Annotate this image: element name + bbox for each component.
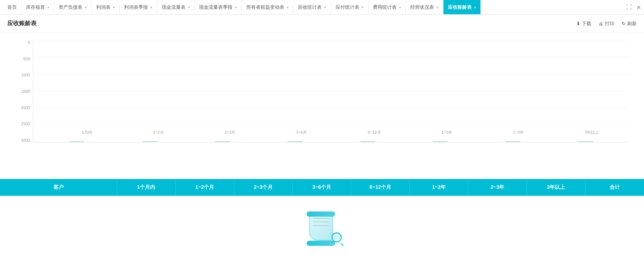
x-label-1月内: 1月内	[82, 130, 92, 135]
y-label-1000: 1000	[21, 73, 30, 77]
y-label-2500: 2500	[21, 122, 30, 126]
col-2-3year: 2~3年	[468, 179, 527, 196]
col-3year-plus: 3年以上	[527, 179, 585, 196]
x-label-1-2月: 1~2月	[153, 130, 164, 135]
tab-operation[interactable]: 经营状况表 ×	[406, 0, 443, 15]
tab-home[interactable]: 首页	[3, 0, 22, 15]
tab-cashflow[interactable]: 现金流量表 ×	[157, 0, 195, 15]
tab-close-inventory[interactable]: ×	[47, 5, 49, 9]
magnifier-handle	[340, 243, 344, 246]
tab-close-expense-stats[interactable]: ×	[399, 5, 401, 9]
col-1-2year: 1~2年	[410, 179, 468, 196]
x-label-3-6月: 3~6月	[296, 130, 307, 135]
tab-profit-quarterly[interactable]: 利润表季报 ×	[120, 0, 157, 15]
tab-close-cashflow[interactable]: ×	[188, 5, 190, 9]
tab-aging[interactable]: 应收账龄表 ×	[443, 0, 481, 15]
header-actions: ⬇ 下载 🖨 打印 ↻ 刷新	[576, 20, 637, 27]
y-axis: 3000 2500 2000 1500 1000 500 0	[15, 40, 33, 142]
restore-button[interactable]: ⛶	[626, 4, 632, 11]
magnifier-circle	[332, 232, 342, 243]
col-2-3month: 2~3个月	[234, 179, 293, 196]
x-label-2-3月: 2~3月	[225, 130, 236, 135]
x-label-6-12月: 6~12月	[368, 130, 381, 135]
tab-close-receivable-stats[interactable]: ×	[324, 5, 326, 9]
col-customer: 客户	[0, 179, 117, 196]
tab-close-equity[interactable]: ×	[287, 5, 289, 9]
y-label-3000: 3000	[21, 138, 30, 142]
col-3-6month: 3~6个月	[293, 179, 351, 196]
col-total: 合计	[585, 179, 644, 196]
tab-expense-stats[interactable]: 费用统计表 ×	[368, 0, 406, 15]
empty-state	[0, 196, 644, 262]
tab-close-payable-stats[interactable]: ×	[362, 5, 364, 9]
tab-close-aging[interactable]: ×	[474, 5, 476, 9]
page-title: 应收账龄表	[7, 20, 37, 27]
download-icon: ⬇	[576, 21, 580, 26]
y-label-500: 500	[23, 57, 30, 61]
empty-illustration	[304, 210, 340, 247]
chart-area: 3000 2500 2000 1500 1000 500 0	[0, 33, 644, 179]
tab-balance-sheet[interactable]: 资产负债表 ×	[54, 0, 91, 15]
main-content: 3000 2500 2000 1500 1000 500 0	[0, 33, 644, 263]
download-button[interactable]: ⬇ 下载	[576, 20, 591, 27]
x-axis: 1月内 1~2月 2~3月 3~6月 6~12月 1~2年 2~3年 3年以上	[52, 127, 629, 142]
close-window-button[interactable]: ✕	[636, 4, 641, 11]
tab-payable-stats[interactable]: 应付统计表 ×	[331, 0, 368, 15]
y-label-1500: 1500	[21, 89, 30, 94]
chart-plot: 1月内 1~2月 2~3月 3~6月 6~12月 1~2年 2~3年 3年以上	[33, 40, 629, 142]
scroll-body	[309, 213, 333, 241]
tab-cashflow-quarterly[interactable]: 现金流量表季报 ×	[195, 0, 242, 15]
tab-close-profit[interactable]: ×	[113, 5, 115, 9]
col-6-12month: 6~12个月	[351, 179, 410, 196]
x-label-1-2年: 1~2年	[442, 130, 453, 135]
window-controls: ⛶ ✕	[626, 0, 641, 15]
print-button[interactable]: 🖨 打印	[599, 20, 614, 27]
table-header: 客户 1个月内 1~2个月 2~3个月 3~6个月 6~12个月 1~2年 2~…	[0, 179, 644, 196]
tab-inventory[interactable]: 库存核算 ×	[22, 0, 54, 15]
col-1-2month: 1~2个月	[176, 179, 234, 196]
y-label-0: 0	[28, 40, 30, 45]
refresh-button[interactable]: ↻ 刷新	[622, 20, 637, 27]
tab-receivable-stats[interactable]: 应收统计表 ×	[293, 0, 331, 15]
tab-close-operation[interactable]: ×	[436, 5, 438, 9]
scroll-roll-top	[307, 211, 335, 217]
tab-equity[interactable]: 所有者权益变动表 ×	[242, 0, 293, 15]
y-label-2000: 2000	[21, 106, 30, 110]
tab-close-balance-sheet[interactable]: ×	[85, 5, 87, 9]
tab-close-cashflow-quarterly[interactable]: ×	[235, 5, 237, 9]
print-icon: 🖨	[599, 21, 603, 26]
tab-profit[interactable]: 利润表 ×	[92, 0, 120, 15]
tab-bar: 首页 库存核算 × 资产负债表 × 利润表 × 利润表季报 × 现金流量表 × …	[0, 0, 644, 15]
chart-container: 3000 2500 2000 1500 1000 500 0	[15, 40, 629, 157]
x-label-3年以上: 3年以上	[585, 130, 599, 135]
x-label-2-3年: 2~3年	[513, 130, 524, 135]
page-header: 应收账龄表 ⬇ 下载 🖨 打印 ↻ 刷新	[0, 15, 644, 33]
bars-container	[33, 40, 629, 142]
refresh-icon: ↻	[622, 21, 626, 26]
tab-close-profit-quarterly[interactable]: ×	[150, 5, 152, 9]
col-1month: 1个月内	[117, 179, 176, 196]
scroll-roll-bottom	[307, 241, 335, 246]
